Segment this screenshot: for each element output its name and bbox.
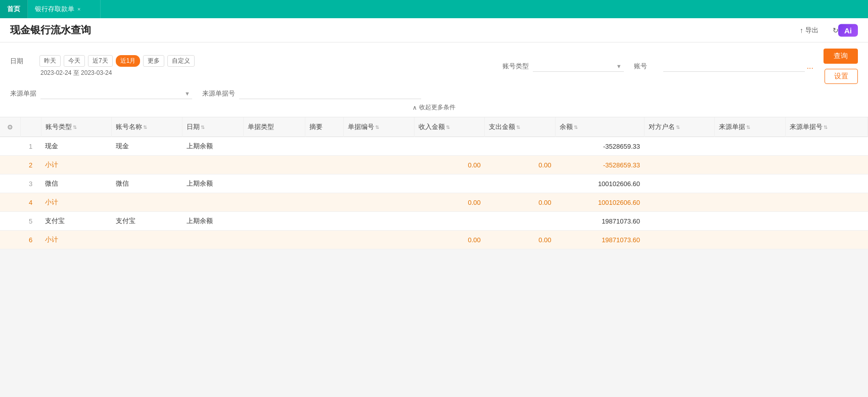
- account-label: 账号: [634, 62, 659, 71]
- col-header-settings: ⚙: [0, 117, 20, 137]
- cell-source_doc: [715, 156, 786, 174]
- cell-doc_num: [343, 174, 414, 193]
- sort-icon: ⇅: [516, 124, 520, 130]
- source-doc-num-filter: 来源单据号: [202, 88, 421, 99]
- cell-account_type: 小计: [41, 231, 112, 249]
- sort-icon: ⇅: [375, 124, 379, 130]
- sort-icon: ⇅: [446, 124, 450, 130]
- cell-num: 6: [20, 231, 41, 249]
- cell-num: 2: [20, 156, 41, 174]
- cell-summary: [305, 156, 343, 174]
- cell-doc_num: [343, 193, 414, 212]
- date-option-近1月[interactable]: 近1月: [116, 55, 141, 67]
- cell-num: 4: [20, 193, 41, 212]
- cell-counterpart: [644, 137, 715, 156]
- date-option-近7天[interactable]: 近7天: [88, 55, 113, 67]
- sort-icon: ⇅: [574, 124, 578, 130]
- ai-badge[interactable]: Ai: [838, 24, 858, 36]
- col-header-doc_num[interactable]: 单据编号⇅: [343, 117, 414, 137]
- cell-counterpart: [644, 231, 715, 249]
- nav-home[interactable]: 首页: [0, 0, 28, 18]
- cell-source_doc_num: [786, 231, 868, 249]
- nav-tab-银行存取款单[interactable]: 银行存取款单×: [28, 0, 101, 18]
- col-header-counterpart[interactable]: 对方户名⇅: [644, 117, 715, 137]
- table-row: 3微信微信上期余额100102606.60: [0, 174, 868, 193]
- cell-balance: -3528659.33: [556, 156, 644, 174]
- gear-icon[interactable]: ⚙: [7, 123, 13, 131]
- filter-area: 日期 昨天今天近7天近1月更多自定义 2023-02-24 至 2023-03-…: [0, 42, 868, 117]
- cell-doc_num: [343, 231, 414, 249]
- cell-doc_type: [243, 137, 305, 156]
- col-header-source_doc_num[interactable]: 来源单据号⇅: [786, 117, 868, 137]
- col-header-income[interactable]: 收入金额⇅: [414, 117, 485, 137]
- cell-balance: 100102606.60: [556, 174, 644, 193]
- col-header-expense[interactable]: 支出金额⇅: [485, 117, 556, 137]
- date-option-昨天[interactable]: 昨天: [39, 55, 61, 67]
- cell-account_name: [112, 193, 182, 212]
- cell-doc_type: [243, 231, 305, 249]
- cell-source_doc: [715, 174, 786, 193]
- source-doc-select-wrapper: ▼: [40, 88, 192, 99]
- query-button[interactable]: 查询: [824, 49, 858, 64]
- source-doc-label: 来源单据: [10, 89, 36, 98]
- cell-source_doc_num: [786, 212, 868, 231]
- cell-doc_type: [243, 174, 305, 193]
- top-nav: 首页 收款单×付款单×其他收入单×应收应付调整单×银行存取款单×预收冲应收单×收…: [0, 0, 868, 18]
- date-option-今天[interactable]: 今天: [64, 55, 85, 67]
- export-icon: ↑: [800, 26, 803, 34]
- col-header-balance[interactable]: 余额⇅: [556, 117, 644, 137]
- account-type-select[interactable]: [533, 61, 624, 72]
- cell-doc_type: [243, 193, 305, 212]
- cell-source_doc_num: [786, 193, 868, 212]
- cell-date: [182, 156, 243, 174]
- source-doc-num-input[interactable]: [239, 88, 421, 99]
- account-input[interactable]: [663, 61, 805, 72]
- sort-icon: ⇅: [143, 124, 147, 130]
- col-header-date[interactable]: 日期⇅: [182, 117, 243, 137]
- col-header-account_name[interactable]: 账号名称⇅: [112, 117, 182, 137]
- data-table: ⚙账号类型⇅账号名称⇅日期⇅单据类型摘要单据编号⇅收入金额⇅支出金额⇅余额⇅对方…: [0, 117, 868, 249]
- cell-balance: 19871073.60: [556, 231, 644, 249]
- col-header-source_doc[interactable]: 来源单据⇅: [715, 117, 786, 137]
- cell-num: 1: [20, 137, 41, 156]
- cell-account_name: 微信: [112, 174, 182, 193]
- cell-settings: [0, 174, 20, 193]
- cell-account_name: [112, 231, 182, 249]
- settings-button[interactable]: 设置: [825, 69, 858, 84]
- date-option-自定义[interactable]: 自定义: [167, 55, 195, 67]
- cell-summary: [305, 193, 343, 212]
- cell-income: 0.00: [414, 156, 485, 174]
- filter-row-1: 日期 昨天今天近7天近1月更多自定义 2023-02-24 至 2023-03-…: [10, 49, 858, 84]
- cell-doc_type: [243, 212, 305, 231]
- cell-expense: 0.00: [485, 231, 556, 249]
- collapse-bar[interactable]: ∧ 收起更多条件: [10, 103, 858, 112]
- cell-income: [414, 174, 485, 193]
- cell-counterpart: [644, 174, 715, 193]
- account-type-label: 账号类型: [502, 62, 529, 71]
- export-button[interactable]: ↑ 导出: [796, 24, 823, 37]
- account-field: ...: [663, 61, 813, 72]
- table-row: 4小计0.000.00100102606.60: [0, 193, 868, 212]
- cell-source_doc: [715, 137, 786, 156]
- sort-icon: ⇅: [824, 124, 828, 130]
- cell-expense: [485, 174, 556, 193]
- source-doc-num-label: 来源单据号: [202, 89, 235, 98]
- cell-expense: 0.00: [485, 156, 556, 174]
- sort-icon: ⇅: [201, 124, 205, 130]
- table-row: 6小计0.000.0019871073.60: [0, 231, 868, 249]
- cell-doc_num: [343, 212, 414, 231]
- cell-source_doc_num: [786, 137, 868, 156]
- page-title: 现金银行流水查询: [10, 23, 91, 37]
- close-icon[interactable]: ×: [77, 6, 80, 12]
- col-header-num: [20, 117, 41, 137]
- account-dots-button[interactable]: ...: [807, 62, 813, 71]
- date-options: 昨天今天近7天近1月更多自定义: [39, 55, 195, 67]
- col-header-account_type[interactable]: 账号类型⇅: [41, 117, 112, 137]
- source-doc-select[interactable]: [40, 88, 192, 99]
- cell-date: [182, 231, 243, 249]
- date-range: 2023-02-24 至 2023-03-24: [40, 69, 112, 76]
- col-header-summary: 摘要: [305, 117, 343, 137]
- date-option-更多[interactable]: 更多: [143, 55, 164, 67]
- cell-source_doc_num: [786, 174, 868, 193]
- cell-doc_num: [343, 156, 414, 174]
